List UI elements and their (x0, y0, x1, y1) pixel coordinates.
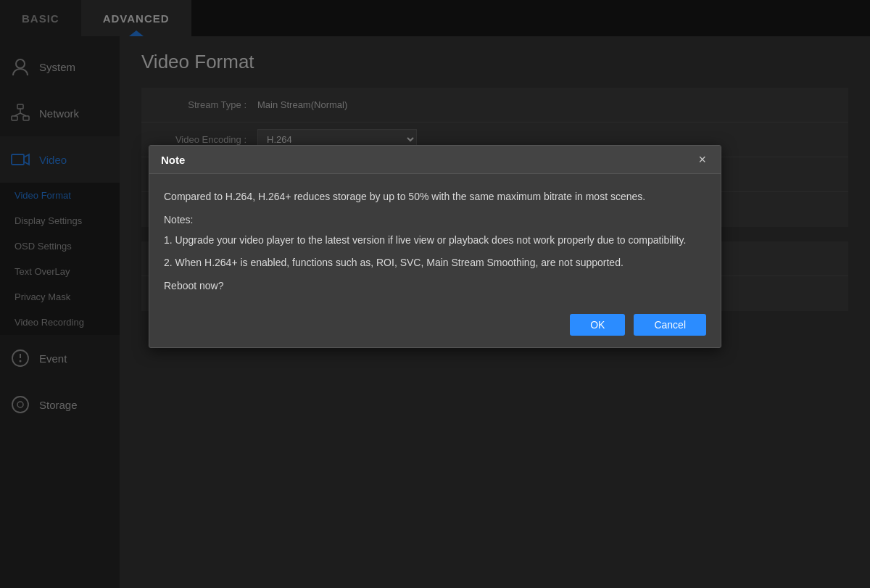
ok-button[interactable]: OK (570, 314, 625, 336)
modal-note1: 1. Upgrade your video player to the late… (164, 232, 706, 249)
modal-note2: 2. When H.264+ is enabled, functions suc… (164, 254, 706, 272)
note-modal: Note × Compared to H.264, H.264+ reduces… (149, 145, 721, 348)
modal-close-button[interactable]: × (695, 153, 709, 166)
modal-header: Note × (149, 146, 721, 174)
modal-title: Note (161, 154, 185, 166)
modal-reboot-question: Reboot now? (164, 278, 706, 295)
modal-body: Compared to H.264, H.264+ reduces storag… (149, 174, 721, 302)
modal-footer: OK Cancel (149, 302, 721, 347)
modal-notes-header: Notes: (164, 212, 706, 229)
modal-body-line1: Compared to H.264, H.264+ reduces storag… (164, 189, 706, 206)
modal-overlay: Note × Compared to H.264, H.264+ reduces… (0, 0, 870, 588)
cancel-button[interactable]: Cancel (634, 314, 706, 336)
